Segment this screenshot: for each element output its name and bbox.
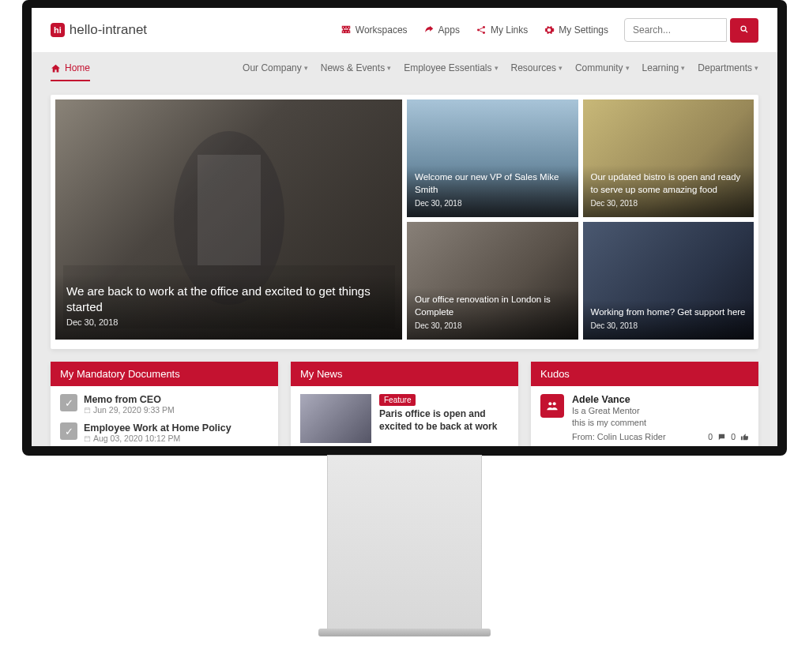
tile-overlay: Our office renovation in London is Compl… <box>407 287 578 340</box>
chevron-down-icon: ▾ <box>387 64 391 72</box>
svg-point-2 <box>483 32 485 34</box>
hero-section: We are back to work at the office and ex… <box>51 95 758 349</box>
panel-kudos-head: Kudos <box>531 362 758 386</box>
nav-item-label: Resources <box>511 62 556 73</box>
nav-resources[interactable]: Resources▾ <box>511 62 563 73</box>
nav-news-events[interactable]: News & Events▾ <box>321 62 391 73</box>
hero-tile-4[interactable]: Working from home? Get support here Dec … <box>583 222 754 340</box>
logo-badge: hi <box>51 23 65 37</box>
hero-tile-3[interactable]: Our office renovation in London is Compl… <box>407 222 578 340</box>
thumbs-up-icon <box>740 433 749 441</box>
doc-title: Employee Work at Home Policy <box>84 422 231 434</box>
settings-link[interactable]: My Settings <box>544 24 608 36</box>
tile-overlay: Welcome our new VP of Sales Mike Smith D… <box>407 165 578 217</box>
doc-meta: Aug 03, 2020 10:12 PM <box>84 434 231 443</box>
top-links: Workspaces Apps My Links My Settings <box>341 18 758 43</box>
hero-main-title: We are back to work at the office and ex… <box>66 283 391 316</box>
share-arrow-icon <box>423 24 435 36</box>
hero-right-grid: Welcome our new VP of Sales Mike Smith D… <box>407 99 754 340</box>
chevron-down-icon: ▾ <box>495 64 499 72</box>
svg-point-3 <box>741 26 746 31</box>
workspaces-label: Workspaces <box>356 24 408 36</box>
nav-item-label: Community <box>575 62 623 73</box>
calendar-icon <box>84 407 91 414</box>
search-button[interactable] <box>730 18 758 43</box>
panel-documents-head: My Mandatory Documents <box>51 362 278 386</box>
comment-icon <box>717 433 726 441</box>
tile-date: Dec 30, 2018 <box>591 199 638 208</box>
tile-date: Dec 30, 2018 <box>415 321 462 330</box>
tile-overlay: Working from home? Get support here Dec … <box>583 300 754 340</box>
brand-name: hello-intranet <box>70 22 147 38</box>
svg-rect-7 <box>85 407 90 412</box>
mylinks-link[interactable]: My Links <box>476 24 528 36</box>
tile-date: Dec 30, 2018 <box>591 321 638 330</box>
chevron-down-icon: ▾ <box>304 64 308 72</box>
hero-tile-2[interactable]: Our updated bistro is open and ready to … <box>583 99 754 217</box>
nav-employee-essentials[interactable]: Employee Essentials▾ <box>404 62 498 73</box>
search-icon <box>739 24 749 34</box>
chevron-down-icon: ▾ <box>681 64 685 72</box>
nav-item-label: Departments <box>698 62 752 73</box>
nav-home-label: Home <box>65 62 90 73</box>
svg-point-0 <box>477 29 480 32</box>
chevron-down-icon: ▾ <box>626 64 630 72</box>
nav-home[interactable]: Home <box>51 54 90 81</box>
panels-row: My Mandatory Documents ✓ Memo from CEO J… <box>51 362 758 446</box>
nav-item-label: News & Events <box>321 62 385 73</box>
hero-tile-1[interactable]: Welcome our new VP of Sales Mike Smith D… <box>407 99 578 217</box>
mylinks-label: My Links <box>491 24 528 36</box>
kudos-item[interactable]: Adele Vance Is a Great Mentor this is my… <box>540 394 749 443</box>
hero-main-tile[interactable]: We are back to work at the office and ex… <box>55 99 402 340</box>
news-item[interactable]: Feature Paris office is open and excited… <box>300 394 509 443</box>
nav-item-label: Learning <box>642 62 679 73</box>
panel-documents-body: ✓ Memo from CEO Jun 29, 2020 9:33 PM ✓ <box>51 386 278 446</box>
doc-date: Jun 29, 2020 9:33 PM <box>93 405 175 415</box>
news-tag: Feature <box>379 394 416 406</box>
calendar-icon <box>84 435 91 442</box>
nav-our-company[interactable]: Our Company▾ <box>243 62 308 73</box>
chevron-down-icon: ▾ <box>754 64 758 72</box>
home-icon <box>51 63 61 73</box>
doc-item[interactable]: ✓ Employee Work at Home Policy Aug 03, 2… <box>60 422 269 443</box>
panel-kudos: Kudos Adele Vance Is a Great Mentor this… <box>531 362 758 446</box>
brand-logo[interactable]: hi hello-intranet <box>51 22 147 38</box>
kudos-line2: this is my comment <box>572 417 749 429</box>
tile-title: Welcome our new VP of Sales Mike Smith <box>415 171 570 196</box>
nav-community[interactable]: Community▾ <box>575 62 630 73</box>
workspaces-link[interactable]: Workspaces <box>341 24 408 36</box>
kudos-likes-count: 0 <box>731 432 736 441</box>
doc-title: Memo from CEO <box>84 394 175 405</box>
kudos-stats: 0 0 <box>708 432 749 441</box>
tile-overlay: Our updated bistro is open and ready to … <box>583 165 754 217</box>
search-wrap <box>624 18 758 43</box>
doc-item[interactable]: ✓ Memo from CEO Jun 29, 2020 9:33 PM <box>60 394 269 415</box>
tile-title: Our updated bistro is open and ready to … <box>591 171 747 196</box>
nav-item-label: Our Company <box>243 62 302 73</box>
svg-rect-8 <box>85 436 90 441</box>
tile-date: Dec 30, 2018 <box>415 199 462 208</box>
people-icon <box>540 394 564 418</box>
search-input[interactable] <box>624 18 727 42</box>
nav-learning[interactable]: Learning▾ <box>642 62 686 73</box>
settings-label: My Settings <box>559 24 608 36</box>
monitor-frame: hi hello-intranet Workspaces Apps My Lin… <box>22 0 787 456</box>
panel-news: My News Feature Paris office is open and… <box>291 362 518 446</box>
tile-title: Working from home? Get support here <box>591 306 747 319</box>
kudos-comments-count: 0 <box>708 432 713 441</box>
doc-date: Aug 03, 2020 10:12 PM <box>93 434 180 443</box>
news-thumbnail <box>300 394 371 443</box>
chevron-down-icon: ▾ <box>559 64 563 72</box>
nav-departments[interactable]: Departments▾ <box>698 62 758 73</box>
panel-news-head: My News <box>291 362 518 386</box>
svg-rect-6 <box>198 155 261 265</box>
kudos-name: Adele Vance <box>572 394 749 405</box>
panel-news-body: Feature Paris office is open and excited… <box>291 386 518 446</box>
kudos-line1: Is a Great Mentor <box>572 405 749 417</box>
svg-point-9 <box>548 402 551 405</box>
apps-link[interactable]: Apps <box>423 24 460 36</box>
tile-title: Our office renovation in London is Compl… <box>415 294 570 318</box>
gear-icon <box>544 24 555 36</box>
sitemap-icon <box>341 24 352 36</box>
navbar: Home Our Company▾ News & Events▾ Employe… <box>32 52 777 84</box>
